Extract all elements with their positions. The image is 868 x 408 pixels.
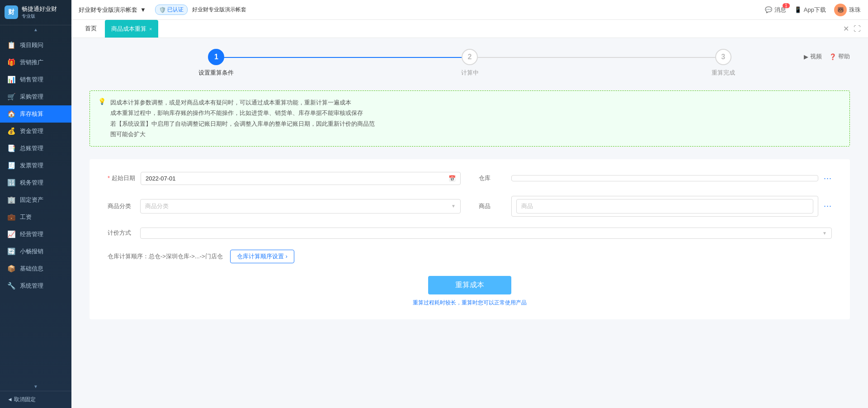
account-selector[interactable]: 好业财专业版演示帐套 ▼ xyxy=(79,6,146,14)
category-field: 商品分类 商品分类 ▼ xyxy=(108,199,461,213)
video-link[interactable]: ▶ 视频 xyxy=(804,52,822,61)
product-input[interactable]: 商品 xyxy=(511,196,818,217)
sidebar-item-salary[interactable]: 💼 工资 xyxy=(0,209,71,226)
topbar: 好业财专业版演示帐套 ▼ 🛡️ 已认证 好业财专业版演示帐套 💬 消息 1 📱 … xyxy=(71,0,868,20)
notice-text: 因成本计算参数调整，或是对商品成本有疑问时，可以通过成本重算功能，重新计算一遍成… xyxy=(110,97,375,140)
notice-line-4: 围可能会扩大 xyxy=(110,129,375,139)
expand-icon[interactable]: ⛶ xyxy=(854,25,861,33)
basic-icon: 📦 xyxy=(7,265,15,273)
sidebar-label-system: 系统管理 xyxy=(20,282,43,290)
steps: 1 设置重算条件 2 计算中 3 重算完成 ▶ 视频 ❓ 帮助 xyxy=(90,49,850,77)
sidebar-item-sales[interactable]: 📊 销售管理 xyxy=(0,71,71,88)
start-date-input[interactable]: 2022-07-01 📅 xyxy=(141,172,461,185)
sidebar-label-salary: 工资 xyxy=(20,213,32,221)
scroll-down-arrow[interactable]: ▼ xyxy=(0,382,71,391)
sidebar-item-project[interactable]: 📋 项目顾问 xyxy=(0,37,71,54)
sidebar-item-purchase[interactable]: 🛒 采购管理 xyxy=(0,88,71,105)
content-area: 1 设置重算条件 2 计算中 3 重算完成 ▶ 视频 ❓ 帮助 💡 xyxy=(71,38,868,408)
app-download-label: App下载 xyxy=(804,6,826,14)
app-name: 畅捷通好业财 xyxy=(22,5,57,13)
sidebar-item-tax[interactable]: 🔢 税务管理 xyxy=(0,174,71,191)
step-1-label: 设置重算条件 xyxy=(198,69,234,77)
verified-area: 🛡️ 已认证 好业财专业版演示帐套 xyxy=(155,5,246,15)
tab-product-cost[interactable]: 商品成本重算 × xyxy=(105,20,158,38)
app-download-button[interactable]: 📱 App下载 xyxy=(794,6,826,14)
sidebar-item-assets[interactable]: 🏢 固定资产 xyxy=(0,191,71,209)
verified-text: 已认证 xyxy=(167,6,184,14)
sidebar-label-project: 项目顾问 xyxy=(20,41,43,49)
form-section: *起始日期 2022-07-01 📅 仓库 ··· xyxy=(90,159,850,319)
recalc-button[interactable]: 重算成本 xyxy=(428,276,511,294)
unpin-button[interactable]: ◄ 取消固定 xyxy=(0,391,71,408)
phone-icon: 📱 xyxy=(794,6,802,13)
step-2: 2 计算中 xyxy=(343,49,597,77)
message-icon: 💬 xyxy=(765,6,772,13)
warehouse-order-row: 仓库计算顺序：总仓->深圳仓库->...->门店仓 仓库计算顺序设置 › xyxy=(108,250,832,263)
calendar-icon[interactable]: 📅 xyxy=(448,175,456,182)
user-name: 珠珠 xyxy=(849,6,861,14)
invoice-icon: 🧾 xyxy=(7,161,15,170)
product-more-btn[interactable]: ··· xyxy=(824,201,832,211)
help-link[interactable]: ❓ 帮助 xyxy=(829,52,850,61)
sidebar-item-invoice[interactable]: 🧾 发票管理 xyxy=(0,157,71,174)
required-star: * xyxy=(108,175,110,181)
product-label: 商品 xyxy=(479,202,506,210)
avatar: 🐻 xyxy=(834,4,847,16)
sidebar-item-expense[interactable]: 🔄 小畅报销 xyxy=(0,243,71,260)
steps-help: ▶ 视频 ❓ 帮助 xyxy=(804,52,850,61)
tabbar-right: ✕ ⛶ xyxy=(843,20,861,38)
close-window-icon[interactable]: ✕ xyxy=(843,24,849,33)
pricing-row: 计价方式 ▼ xyxy=(108,228,832,239)
sidebar-label-expense: 小畅报销 xyxy=(20,247,43,256)
account-name: 好业财专业版演示帐套 xyxy=(79,6,137,14)
pricing-dropdown-arrow: ▼ xyxy=(822,231,827,236)
category-label: 商品分类 xyxy=(108,202,135,210)
sidebar-label-tax: 税务管理 xyxy=(20,179,43,187)
logo-area: 财 畅捷通好业财 专业版 xyxy=(0,0,71,25)
sidebar-label-inventory: 库存核算 xyxy=(20,110,43,118)
sales-icon: 📊 xyxy=(7,76,15,84)
sidebar-item-marketing[interactable]: 🎁 营销推广 xyxy=(0,54,71,71)
assets-icon: 🏢 xyxy=(7,196,15,204)
sidebar-item-inventory[interactable]: 🏠 库存核算 xyxy=(0,105,71,123)
verified-badge: 🛡️ 已认证 xyxy=(155,5,188,15)
warehouse-field: 仓库 ··· xyxy=(479,174,832,183)
product-placeholder: 商品 xyxy=(516,199,813,213)
warehouse-more-btn[interactable]: ··· xyxy=(824,174,832,183)
warehouse-order-btn-label: 仓库计算顺序设置 xyxy=(237,252,284,261)
start-date-field: *起始日期 2022-07-01 📅 xyxy=(108,172,461,185)
sidebar-label-finance: 资金管理 xyxy=(20,127,43,135)
sidebar-item-ops[interactable]: 📈 经营管理 xyxy=(0,226,71,243)
pricing-select[interactable]: ▼ xyxy=(140,228,832,239)
notice-box: 💡 因成本计算参数调整，或是对商品成本有疑问时，可以通过成本重算功能，重新计算一… xyxy=(90,90,850,147)
tab-product-cost-label: 商品成本重算 xyxy=(111,25,146,33)
recalc-section: 重算成本 重算过程耗时较长，重算时您可以正常使用产品 xyxy=(108,276,832,307)
start-date-value: 2022-07-01 xyxy=(146,175,176,182)
tab-home-label: 首页 xyxy=(85,24,97,33)
logo-icon: 财 xyxy=(5,5,18,19)
warning-icon: 💡 xyxy=(98,98,106,105)
step-1-circle: 1 xyxy=(208,49,224,65)
sidebar-item-accounting[interactable]: 📑 总账管理 xyxy=(0,140,71,157)
start-date-label: *起始日期 xyxy=(108,174,135,182)
scroll-up-arrow[interactable]: ▲ xyxy=(0,25,71,34)
sidebar-item-finance[interactable]: 💰 资金管理 xyxy=(0,123,71,140)
step-2-circle: 2 xyxy=(462,49,478,65)
salary-icon: 💼 xyxy=(7,213,15,221)
system-icon: 🔧 xyxy=(7,282,15,290)
sidebar-item-system[interactable]: 🔧 系统管理 xyxy=(0,277,71,294)
sidebar: 财 畅捷通好业财 专业版 ▲ 📋 项目顾问 🎁 营销推广 📊 销售管理 🛒 采购… xyxy=(0,0,71,408)
finance-icon: 💰 xyxy=(7,127,15,135)
message-button[interactable]: 💬 消息 1 xyxy=(765,6,786,14)
warehouse-order-btn[interactable]: 仓库计算顺序设置 › xyxy=(230,250,294,263)
warehouse-input[interactable] xyxy=(511,175,818,181)
sidebar-label-accounting: 总账管理 xyxy=(20,144,43,152)
tab-home[interactable]: 首页 xyxy=(79,20,103,38)
sidebar-item-basic[interactable]: 📦 基础信息 xyxy=(0,260,71,277)
tab-close-icon[interactable]: × xyxy=(149,26,152,32)
inventory-icon: 🏠 xyxy=(7,110,15,118)
user-menu[interactable]: 🐻 珠珠 xyxy=(834,4,861,16)
step-1-line xyxy=(216,57,470,58)
category-select[interactable]: 商品分类 ▼ xyxy=(140,199,461,213)
company-name: 好业财专业版演示帐套 xyxy=(192,6,246,14)
